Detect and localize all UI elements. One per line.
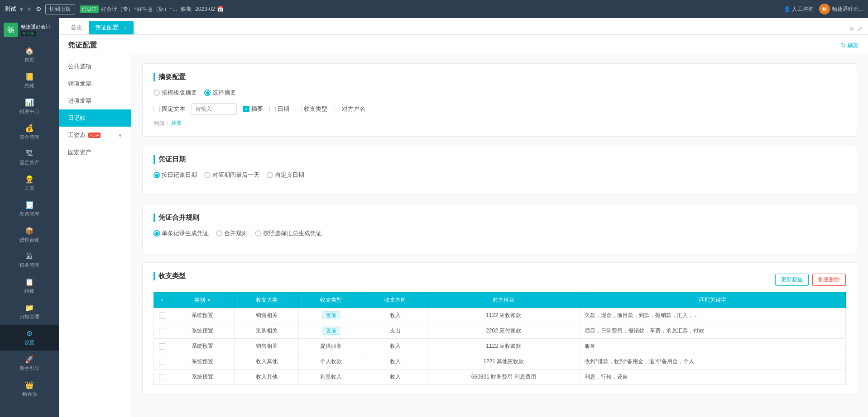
voucher-date-section: 凭证日期 按日记账日期 对应期间最后一天 自定义日期: [142, 146, 857, 195]
right-content: 摘要配置 按模板版摘要 选择摘要: [131, 54, 868, 417]
sidebar-item-member[interactable]: 👑 畅会员: [0, 376, 59, 402]
sidebar-item-fund[interactable]: 💰 资金管理: [0, 119, 59, 145]
update-weight-button[interactable]: 更新权重: [775, 274, 809, 286]
sidebar-item-close-account[interactable]: 📋 结账: [0, 273, 59, 299]
report-icon: 📊: [25, 98, 34, 107]
radio-merge-rule[interactable]: 合并规则: [216, 229, 248, 237]
fund-icon: 💰: [25, 124, 34, 133]
tab-bar-expand-icon[interactable]: ⤢: [857, 25, 863, 33]
sidebar-item-ledger[interactable]: 📒 总账: [0, 68, 59, 94]
left-nav-item-fixed-asset[interactable]: 固定资产: [59, 144, 131, 161]
row-checkbox-4[interactable]: [154, 370, 170, 385]
checkbox-box-counterpart: [334, 106, 340, 112]
summary-config-section: 摘要配置 按模板版摘要 选择摘要: [142, 63, 857, 137]
left-nav-item-input-invoice[interactable]: 进项发票: [59, 92, 131, 109]
sidebar-item-salary[interactable]: 👷 工资: [0, 171, 59, 196]
row-checkbox-0[interactable]: [154, 308, 170, 323]
income-expense-section: 收支类型 更新权重 批量删除 ✓: [142, 262, 857, 394]
radio-circle-diary: [153, 172, 160, 178]
table-row: 系统预置 收入其他 个人收款 收入 1221 其他应收款 收到*借款，收到*备用…: [154, 354, 846, 370]
category-sort-icon[interactable]: ▾: [208, 298, 210, 303]
row-checkbox-3[interactable]: [154, 354, 170, 370]
product-tags: 好会计（专）+好生意（标）+...: [101, 5, 177, 13]
sidebar-item-archive[interactable]: 📁 归档管理: [0, 299, 59, 325]
calendar-icon[interactable]: 📅: [217, 6, 224, 12]
checkbox-income-type[interactable]: 收支类型: [296, 105, 327, 113]
row-check-1[interactable]: [159, 328, 165, 334]
row-checkbox-2[interactable]: [154, 339, 170, 354]
row-counterpart-3: 1221 其他应收款: [427, 354, 580, 370]
radio-period-last-day[interactable]: 对应期间最后一天: [204, 171, 259, 179]
table-header: ✓ 类别 ▾ 收支大类 收支类型 收支方向 对方科目: [154, 293, 846, 308]
checkbox-date[interactable]: 日期: [269, 105, 289, 113]
top-bar-gear-icon[interactable]: ⚙: [36, 5, 42, 13]
tab-voucher-config[interactable]: 凭证配置 ✕: [89, 21, 134, 34]
switch-version-button[interactable]: 切到旧版: [45, 4, 75, 14]
table-row: 系统预置 采购相关 置顶 支出 2202 应付账款 项目，日常费用，报销款，车费…: [154, 323, 846, 339]
row-check-0[interactable]: [159, 313, 165, 319]
reset-tag-0[interactable]: 置顶: [322, 311, 340, 319]
left-nav-item-public[interactable]: 公共选项: [59, 58, 131, 75]
left-nav-item-diary[interactable]: 日记账: [59, 109, 131, 127]
radio-circle-select: [204, 90, 211, 96]
left-nav-item-output-invoice[interactable]: 销项发票: [59, 75, 131, 92]
checkbox-fixed-text[interactable]: 固定文本: [153, 105, 185, 113]
radio-diary-date[interactable]: 按日记账日期: [153, 171, 197, 179]
row-direction-4: 收入: [363, 370, 427, 385]
checkbox-summary[interactable]: ✓ 摘要: [243, 105, 263, 113]
batch-delete-button[interactable]: 批量删除: [812, 274, 846, 286]
radio-select-total[interactable]: 按照选择汇总生成凭证: [255, 229, 322, 237]
user-info[interactable]: 畅 畅捷通旺旺...: [819, 4, 863, 14]
sidebar-item-settings[interactable]: ⚙ 设置: [0, 325, 59, 351]
tab-bar-close-icon[interactable]: ✕: [849, 25, 854, 33]
checkbox-box-date: [269, 106, 276, 112]
tab-home[interactable]: 首页: [64, 21, 89, 34]
row-type-4: 利息收入: [299, 370, 363, 385]
left-nav-item-salary[interactable]: 工资表 NEW ▾: [59, 127, 131, 144]
top-bar-arrow-icon[interactable]: ▾: [20, 6, 23, 13]
radio-custom-date[interactable]: 自定义日期: [267, 171, 304, 179]
service-button[interactable]: 👤 人工咨询: [784, 5, 814, 13]
sidebar-item-invoice[interactable]: 🧾 发票管理: [0, 196, 59, 222]
radio-circle-last-day: [204, 172, 211, 178]
ledger-icon: 📒: [25, 72, 34, 81]
sidebar-item-report[interactable]: 📊 报表中心: [0, 94, 59, 119]
refresh-button[interactable]: ↻ 刷新: [841, 42, 859, 50]
sidebar-logo: 畅 畅捷通好会计专业版: [0, 18, 59, 42]
radio-select-summary[interactable]: 选择摘要: [204, 89, 236, 97]
tab-close-icon[interactable]: ✕: [123, 25, 127, 30]
radio-single-record[interactable]: 单条记录生成凭证: [153, 229, 209, 237]
sidebar-item-tax[interactable]: 🏛 税务管理: [0, 248, 59, 273]
row-check-4[interactable]: [159, 374, 165, 380]
th-counterpart: 对方科目: [427, 293, 580, 308]
logo-icon: 畅: [4, 23, 18, 37]
sidebar-item-home[interactable]: 🏠 首页: [0, 42, 59, 68]
period-value: 2023-02: [195, 6, 215, 12]
checkbox-counterpart-name[interactable]: 对方户名: [334, 105, 365, 113]
two-col-layout: 公共选项 销项发票 进项发票 日记账 工资表 NEW ▾ 固定资产: [59, 54, 868, 417]
row-type-3: 个人收款: [299, 354, 363, 370]
sidebar-item-purchase-sale[interactable]: 📦 进销台账: [0, 222, 59, 248]
income-expense-table: ✓ 类别 ▾ 收支大类 收支类型 收支方向 对方科目: [153, 292, 846, 385]
row-category-0: 系统预置: [170, 308, 235, 323]
user-name: 畅捷通旺旺...: [832, 5, 863, 13]
fixed-text-input[interactable]: [192, 103, 237, 115]
top-bar-add-icon[interactable]: ＋: [26, 5, 32, 13]
radio-circle-custom: [267, 172, 273, 178]
row-check-3[interactable]: [159, 359, 165, 365]
select-all-checkbox[interactable]: ✓: [159, 297, 165, 303]
row-direction-0: 收入: [363, 308, 427, 323]
row-check-2[interactable]: [159, 343, 165, 350]
radio-circle-total: [255, 230, 261, 237]
page-title: 凭证配置: [68, 41, 97, 50]
table-row: 系统预置 销售相关 提供服务 收入 1122 应收账款 服务: [154, 339, 846, 354]
row-checkbox-1[interactable]: [154, 323, 170, 339]
radio-circle-merge: [216, 230, 222, 237]
page-actions: ↻ 刷新: [841, 42, 859, 50]
sidebar-item-guide[interactable]: 🚀 新手引导: [0, 351, 59, 376]
sidebar-item-fixed-asset[interactable]: 🏗 固定资产: [0, 145, 59, 171]
checkbox-box-summary: ✓: [243, 106, 249, 112]
reset-tag-1[interactable]: 置顶: [322, 327, 340, 335]
radio-template-summary[interactable]: 按模板版摘要: [153, 89, 197, 97]
row-major-type-3: 收入其他: [235, 354, 299, 370]
